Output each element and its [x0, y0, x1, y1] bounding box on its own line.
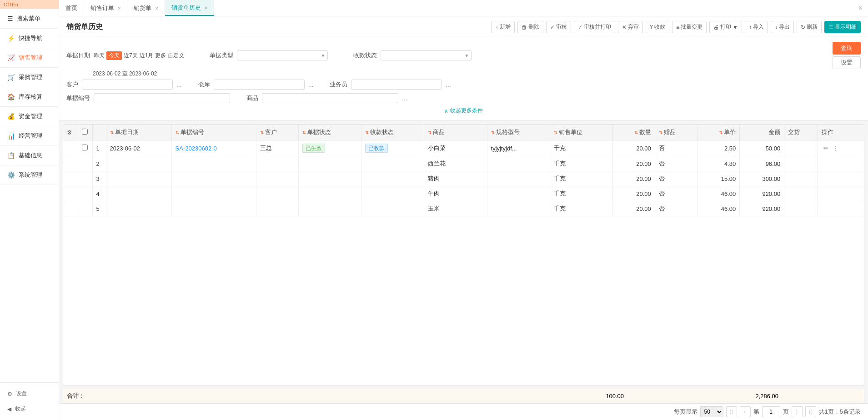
tab-close-sales-order[interactable]: ×: [118, 5, 120, 11]
tab-close-sales-goods[interactable]: ×: [155, 5, 158, 11]
th-customer[interactable]: ⇅ 客户: [256, 125, 299, 140]
th-unit[interactable]: ⇅ 销售单位: [550, 125, 612, 140]
sort-spec[interactable]: ⇅ 规格型号: [491, 128, 520, 136]
sidebar-item-basic-info[interactable]: 📋基础信息: [0, 146, 59, 165]
sort-qty[interactable]: ⇅ 数量: [634, 128, 651, 136]
pagination: 每页显示 50 100 200 ⟨⟨ ⟨ 第 页 ⟩ ⟩⟩ 共1页，5条记录: [59, 403, 868, 420]
td-doc_date-0: 2023-06-02: [106, 140, 171, 156]
tab-bar-close[interactable]: ×: [853, 4, 868, 12]
th-qty[interactable]: ⇅ 数量: [612, 125, 655, 140]
toolbar-btn-export[interactable]: ↓导出: [771, 21, 794, 33]
sort-customer[interactable]: ⇅ 客户: [260, 128, 277, 136]
date-link-more[interactable]: 更多: [155, 52, 166, 60]
sidebar-item-sales-mgmt[interactable]: 📈销售管理: [0, 48, 59, 68]
th-doc-status[interactable]: ⇅ 单据状态: [299, 125, 361, 140]
sort-collect-status[interactable]: ⇅ 收款状态: [365, 128, 394, 136]
footer-total-amount: 2,286.00: [755, 393, 778, 400]
sidebar-item-inventory[interactable]: 🏠库存核算: [0, 87, 59, 107]
sidebar-bottom-collapse[interactable]: ◀收起: [0, 401, 59, 416]
row-checkbox-0[interactable]: [82, 145, 88, 150]
sort-doc-status[interactable]: ⇅ 单据状态: [302, 128, 331, 136]
td-gift-2: 否: [655, 171, 697, 186]
toolbar-btn-delete[interactable]: 🗑删除: [517, 21, 543, 33]
toolbar-btn-add[interactable]: +新增: [491, 21, 515, 33]
doc-no-link-0[interactable]: SA-20230602-0: [176, 145, 217, 152]
next-page-button[interactable]: ⟩: [792, 406, 803, 417]
prev-page-button[interactable]: ⟨: [740, 406, 751, 417]
td-seq-4: 5: [92, 201, 106, 216]
toolbar-btn-print[interactable]: 🖨打印▼: [709, 21, 742, 33]
sidebar-item-quick-nav[interactable]: ⚡快捷导航: [0, 29, 59, 48]
toolbar-btn-collect[interactable]: ¥收款: [646, 21, 669, 33]
action-edit-0[interactable]: ✏: [822, 144, 831, 153]
date-link-custom[interactable]: 自定义: [168, 52, 184, 60]
action-more-0[interactable]: ⋮: [831, 144, 841, 153]
tab-home[interactable]: 首页: [59, 0, 84, 16]
goods-input[interactable]: [262, 93, 398, 103]
th-price[interactable]: ⇅ 单价: [697, 125, 740, 140]
first-page-button[interactable]: ⟨⟨: [726, 406, 737, 417]
doc-type-input[interactable]: [237, 50, 328, 60]
sidebar-item-finance[interactable]: 💰资金管理: [0, 107, 59, 126]
td-qty-0: 20.00: [612, 140, 655, 156]
date-link-7days[interactable]: 近7天: [124, 52, 138, 60]
td-checkbox-0: [78, 140, 92, 156]
main-content: 首页销售订单×销货单×销货单历史× × 销货单历史 +新增🗑删除✓审核✓审核并打…: [59, 0, 868, 420]
tab-sales-goods[interactable]: 销货单×: [127, 0, 165, 16]
sort-gift[interactable]: ⇅ 赠品: [659, 128, 676, 136]
customer-dots[interactable]: ...: [176, 81, 182, 88]
th-spec[interactable]: ⇅ 规格型号: [487, 125, 550, 140]
gear-icon[interactable]: ⚙: [67, 129, 72, 136]
sort-goods[interactable]: ⇅ 商品: [428, 128, 445, 136]
warehouse-dots[interactable]: ...: [308, 81, 314, 88]
customer-input[interactable]: [82, 80, 173, 90]
tab-close-sales-history[interactable]: ×: [205, 5, 207, 10]
collect-status-input[interactable]: [381, 50, 472, 60]
sidebar-bottom-settings[interactable]: ⚙设置: [0, 386, 59, 401]
date-link-today[interactable]: 今天: [106, 51, 122, 60]
date-link-yesterday[interactable]: 昨天: [94, 52, 105, 60]
tab-sales-history[interactable]: 销货单历史×: [165, 0, 214, 16]
sidebar-item-sys-mgmt[interactable]: ⚙️系统管理: [0, 165, 59, 185]
query-button[interactable]: 查询: [833, 42, 861, 55]
sort-price[interactable]: ⇅ 单价: [719, 128, 736, 136]
agent-dots[interactable]: ...: [446, 81, 451, 88]
collapse-button[interactable]: ∧ 收起更多条件: [66, 107, 861, 115]
select-all-checkbox[interactable]: [82, 129, 88, 135]
th-gift[interactable]: ⇅ 赠品: [655, 125, 697, 140]
last-page-button[interactable]: ⟩⟩: [805, 406, 816, 417]
toolbar-btn-batch-change[interactable]: ≡批量变更: [672, 21, 707, 33]
toolbar-icon-collect: ¥: [650, 24, 653, 30]
sort-unit[interactable]: ⇅ 销售单位: [554, 128, 582, 136]
collect-status-dropdown[interactable]: ▼: [381, 50, 472, 60]
toolbar-btn-refresh[interactable]: ↻刷新: [797, 21, 822, 33]
date-link-1month[interactable]: 近1月: [140, 52, 154, 60]
td-goods-3: 牛肉: [424, 186, 487, 201]
filter-settings-button[interactable]: 设置: [833, 56, 861, 69]
per-page-select[interactable]: 50 100 200: [700, 406, 723, 417]
toolbar-btn-audit-print[interactable]: ✓审核并打印: [574, 21, 615, 33]
td-unit-4: 千克: [550, 201, 612, 216]
goods-dots[interactable]: ...: [402, 95, 407, 102]
sidebar-item-operations[interactable]: 📊经营管理: [0, 126, 59, 146]
toolbar-btn-import[interactable]: ↑导入: [745, 21, 768, 33]
agent-input[interactable]: [351, 80, 442, 90]
th-collect-status[interactable]: ⇅ 收款状态: [361, 125, 424, 140]
warehouse-input[interactable]: [214, 80, 305, 90]
docno-input[interactable]: [94, 93, 230, 103]
th-goods[interactable]: ⇅ 商品: [424, 125, 487, 140]
doc-type-dropdown[interactable]: ▼: [237, 50, 328, 60]
sort-icon-unit: ⇅: [554, 130, 557, 135]
toolbar-btn-abandon[interactable]: ✕弃审: [618, 21, 643, 33]
th-doc-no[interactable]: ⇅ 单据编号: [171, 125, 256, 140]
th-doc-date[interactable]: ⇅ 单据日期: [106, 125, 171, 140]
sort-doc-no[interactable]: ⇅ 单据编号: [176, 128, 204, 136]
sidebar-item-search-menu[interactable]: ☰搜索菜单: [0, 9, 59, 29]
query-settings: 查询 设置: [833, 42, 861, 69]
tab-sales-order[interactable]: 销售订单×: [84, 0, 127, 16]
toolbar-btn-show-detail[interactable]: ☰显示明细: [824, 21, 861, 33]
sort-doc-date[interactable]: ⇅ 单据日期: [110, 128, 139, 136]
sidebar-item-purchase-mgmt[interactable]: 🛒采购管理: [0, 68, 59, 87]
toolbar-btn-audit[interactable]: ✓审核: [546, 21, 571, 33]
page-number-input[interactable]: [762, 406, 780, 417]
